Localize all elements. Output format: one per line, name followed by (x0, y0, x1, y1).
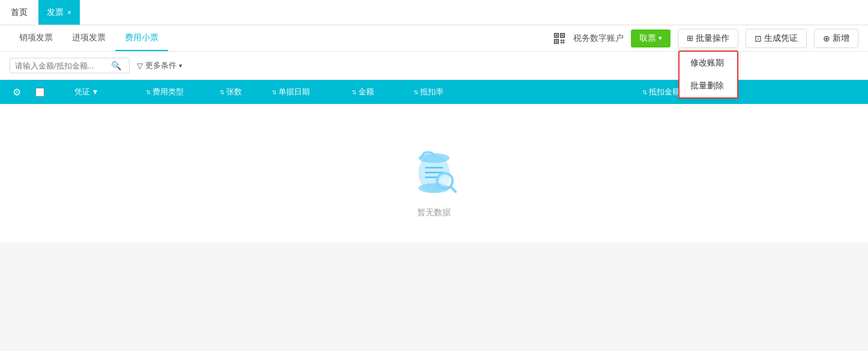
voucher-icon: ⊡ (755, 34, 762, 43)
svg-rect-3 (556, 34, 558, 36)
sub-nav-left: 销项发票 进项发票 费用小票 (10, 25, 168, 51)
th-count-sort-icon: ⇅ (220, 89, 225, 96)
nav-tab-invoice[interactable]: 发票 × (38, 0, 80, 25)
th-expense-label: 费用类型 (152, 87, 184, 97)
top-nav: 首页 发票 × (0, 0, 868, 25)
th-deduct-sort-icon: ⇅ (642, 89, 647, 96)
nav-home[interactable]: 首页 (0, 0, 38, 25)
nav-tab-label: 发票 (47, 7, 64, 18)
select-all-checkbox[interactable] (35, 88, 44, 97)
dropdown-item-change-period[interactable]: 修改账期 (680, 52, 737, 75)
qr-icon (553, 32, 566, 45)
th-deduct: ⇅ 抵扣金额 (459, 87, 863, 97)
empty-text: 暂无数据 (417, 207, 451, 218)
svg-rect-5 (556, 40, 558, 42)
th-expense-type: ⇅ 费用类型 (122, 87, 206, 97)
more-filter-chevron-icon: ▾ (179, 62, 182, 70)
th-amount: ⇅ 金额 (327, 87, 399, 97)
dropdown-item-batch-delete[interactable]: 批量删除 (680, 75, 737, 97)
quepiao-label: 取票 (639, 33, 656, 44)
batch-dropdown-menu: 修改账期 批量删除 (678, 50, 738, 99)
tab-sales-invoice[interactable]: 销项发票 (10, 25, 62, 51)
sub-nav: 销项发票 进项发票 费用小票 税务数字账户 取票 ▾ (0, 25, 868, 52)
search-icon[interactable]: 🔍 (111, 61, 121, 70)
tax-digital-button[interactable]: 税务数字账户 (573, 33, 624, 44)
th-count: ⇅ 张数 (206, 87, 255, 97)
filter-icon: ▽ (137, 61, 143, 70)
th-count-label: 张数 (226, 87, 242, 97)
th-amount-sort-icon: ⇅ (352, 89, 357, 96)
add-icon: ⊕ (823, 34, 830, 43)
batch-icon: ⊞ (687, 34, 693, 43)
add-label: 新增 (833, 33, 849, 44)
svg-line-19 (450, 186, 456, 192)
th-voucher-label: 凭证 (74, 87, 90, 97)
svg-rect-9 (561, 41, 562, 43)
th-voucher: 凭证 ▼ (50, 87, 122, 97)
search-input[interactable] (15, 61, 111, 70)
empty-svg (404, 140, 464, 200)
empty-state: 暂无数据 (0, 104, 868, 242)
generate-voucher-button[interactable]: ⊡ 生成凭证 (746, 29, 807, 48)
more-filter-label: 更多条件 (145, 60, 176, 71)
svg-rect-7 (561, 39, 562, 41)
th-settings[interactable]: ⚙ (5, 87, 29, 98)
svg-point-18 (440, 176, 450, 186)
more-filter-button[interactable]: ▽ 更多条件 ▾ (137, 60, 182, 71)
nav-tab-close[interactable]: × (67, 8, 71, 17)
qr-button[interactable] (553, 32, 566, 45)
th-checkbox[interactable] (29, 88, 50, 97)
voucher-filter-icon[interactable]: ▼ (92, 88, 99, 96)
quepiao-chevron-icon: ▾ (659, 34, 662, 42)
batch-label: 批量操作 (696, 33, 729, 44)
th-rate-sort-icon: ⇅ (414, 89, 418, 96)
empty-illustration (404, 140, 464, 200)
search-wrap: 🔍 (10, 58, 130, 73)
th-date-label: 单据日期 (279, 87, 310, 97)
tab-purchase-invoice[interactable]: 进项发票 (62, 25, 115, 51)
tab-expense-receipt[interactable]: 费用小票 (115, 25, 168, 51)
th-date-sort-icon: ⇅ (272, 89, 277, 96)
sub-nav-right: 税务数字账户 取票 ▾ ⊞ 批量操作 修改账期 批量删除 ⊡ 生成凭证 ⊕ 新增 (553, 29, 858, 48)
th-deduct-label: 抵扣金额 (649, 87, 680, 97)
batch-btn-wrap: ⊞ 批量操作 修改账期 批量删除 (678, 29, 738, 48)
batch-operation-button[interactable]: ⊞ 批量操作 (678, 29, 738, 48)
th-sort-up-icon: ⇅ (146, 89, 151, 96)
settings-icon: ⚙ (13, 87, 21, 98)
svg-rect-8 (563, 39, 565, 41)
th-rate-label: 抵扣率 (420, 87, 444, 97)
svg-rect-4 (562, 34, 564, 36)
quepiao-button[interactable]: 取票 ▾ (631, 29, 671, 47)
svg-rect-10 (563, 41, 565, 43)
th-amount-label: 金额 (358, 87, 374, 97)
voucher-label: 生成凭证 (764, 33, 798, 44)
th-rate: ⇅ 抵扣率 (399, 87, 459, 97)
th-date: ⇅ 单据日期 (255, 87, 327, 97)
add-button[interactable]: ⊕ 新增 (814, 29, 858, 48)
